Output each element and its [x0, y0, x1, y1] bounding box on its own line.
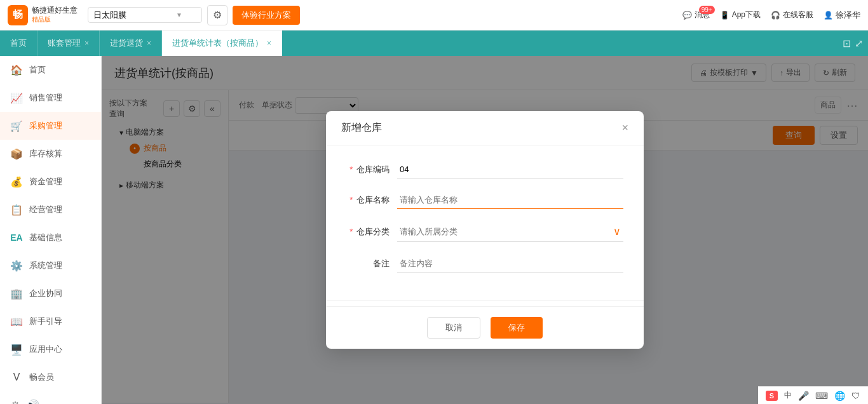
tab-bar: 首页 账套管理 × 进货退货 × 进货单统计表（按商品） × ⊡ ⤢	[0, 30, 868, 56]
mic-icon[interactable]: 🎤	[798, 391, 809, 401]
modal-title: 新增仓库	[341, 121, 382, 135]
settings-icon[interactable]: ⚙	[207, 5, 227, 25]
code-label: * 仓库编码	[346, 164, 397, 175]
header-right: 💬 消息 99+ 📱 App下载 🎧 在线客服 👤 徐泽华	[682, 10, 860, 21]
sidebar-label-enterprise: 企业协同	[29, 288, 62, 299]
sidebar-label-system: 系统管理	[29, 260, 62, 271]
message-item[interactable]: 💬 消息 99+	[682, 10, 710, 20]
sidebar-label-operations: 经营管理	[29, 204, 62, 215]
new-warehouse-modal: 新增仓库 × * 仓库编码 *	[326, 111, 644, 349]
main-layout: 🏠 首页 📈 销售管理 🛒 采购管理 📦 库存核算 💰 资金管理 📋 经营管理 …	[0, 56, 868, 404]
note-input[interactable]	[397, 255, 623, 273]
sidebar-label-basic: 基础信息	[29, 232, 62, 243]
modal-divider	[326, 300, 644, 301]
cancel-button[interactable]: 取消	[427, 317, 480, 339]
trial-button[interactable]: 体验行业方案	[233, 6, 300, 25]
modal-close-btn[interactable]: ×	[621, 121, 628, 135]
sidebar-item-guide[interactable]: 📖 新手引导	[0, 307, 101, 335]
category-select-input[interactable]	[400, 227, 613, 236]
tab-spacer	[282, 30, 837, 56]
app-download-icon: 📱	[720, 11, 729, 20]
sidebar-item-vip[interactable]: V 畅会员	[0, 363, 101, 391]
online-service-item[interactable]: 🎧 在线客服	[771, 10, 813, 20]
store-search[interactable]: ▼	[88, 7, 202, 23]
enterprise-icon: 🏢	[10, 287, 23, 300]
tab-returns-close[interactable]: ×	[147, 39, 151, 48]
sidebar-volume-icon[interactable]: 🔊	[25, 399, 39, 404]
tab-accounts[interactable]: 账套管理 ×	[37, 30, 100, 56]
save-button[interactable]: 保存	[491, 317, 543, 339]
tab-accounts-close[interactable]: ×	[85, 39, 89, 48]
sidebar-label-guide: 新手引导	[29, 316, 62, 327]
logo-area: 畅 畅捷通好生意 精品版	[8, 5, 78, 25]
required-star-cat: *	[349, 227, 353, 236]
sidebar-item-enterprise[interactable]: 🏢 企业协同	[0, 279, 101, 307]
sidebar: 🏠 首页 📈 销售管理 🛒 采购管理 📦 库存核算 💰 资金管理 📋 经营管理 …	[0, 56, 102, 404]
sidebar-item-inventory[interactable]: 📦 库存核算	[0, 140, 101, 168]
sidebar-item-operations[interactable]: 📋 经营管理	[0, 196, 101, 224]
user-avatar-icon: 👤	[824, 11, 833, 20]
shield-icon[interactable]: 🛡	[851, 391, 860, 401]
user-name: 徐泽华	[836, 10, 860, 21]
app-download-label: App下载	[732, 10, 761, 20]
tab-home[interactable]: 首页	[0, 30, 37, 56]
tab-stats-label: 进货单统计表（按商品）	[172, 37, 263, 49]
tab-actions: ⊡ ⤢	[837, 30, 868, 56]
store-search-input[interactable]	[93, 10, 176, 20]
form-row-category: * 仓库分类 ∨	[346, 222, 623, 242]
modal-body: * 仓库编码 * 仓库名称	[326, 145, 644, 300]
form-row-note: 备注	[346, 255, 623, 273]
sidebar-item-apps[interactable]: 🖥️ 应用中心	[0, 335, 101, 363]
sidebar-label-purchase: 采购管理	[29, 120, 62, 131]
name-input[interactable]	[397, 191, 623, 209]
search-dropdown-icon[interactable]: ▼	[176, 11, 182, 18]
tab-returns-label: 进货退货	[110, 37, 143, 49]
form-row-code: * 仓库编码	[346, 161, 623, 178]
sidebar-item-finance[interactable]: 💰 资金管理	[0, 168, 101, 196]
message-icon: 💬	[682, 11, 692, 20]
app-name: 畅捷通好生意	[32, 6, 78, 16]
category-dropdown-icon[interactable]: ∨	[613, 226, 621, 238]
tab-stats[interactable]: 进货单统计表（按商品） ×	[162, 30, 282, 56]
headset-icon: 🎧	[771, 11, 780, 20]
modal-header: 新增仓库 ×	[326, 111, 644, 145]
vip-icon: V	[10, 371, 23, 384]
modal-footer: 取消 保存	[326, 306, 644, 349]
code-input[interactable]	[397, 161, 623, 178]
app-download-item[interactable]: 📱 App下载	[720, 10, 761, 20]
sidebar-label-finance: 资金管理	[29, 176, 62, 187]
tab-restore-btn[interactable]: ⊡	[843, 37, 851, 50]
content-area: 进货单统计(按商品) 🖨 按模板打印 ▼ ↑ 导出 ↻ 刷新	[102, 56, 868, 404]
sidebar-label-apps: 应用中心	[29, 344, 62, 355]
top-header: 畅 畅捷通好生意 精品版 ▼ ⚙ 体验行业方案 💬 消息 99+ 📱 App下载…	[0, 0, 868, 30]
sidebar-label-inventory: 库存核算	[29, 148, 62, 159]
category-select-wrapper[interactable]: ∨	[397, 222, 623, 242]
basic-icon: EA	[10, 231, 23, 244]
sidebar-collapse-icon[interactable]: ⚙	[10, 399, 20, 404]
sidebar-label-home: 首页	[29, 64, 46, 76]
user-avatar-item[interactable]: 👤 徐泽华	[824, 10, 860, 21]
tab-returns[interactable]: 进货退货 ×	[100, 30, 162, 56]
message-badge: 99+	[699, 6, 715, 14]
operations-icon: 📋	[10, 203, 23, 216]
tab-stats-close[interactable]: ×	[267, 39, 271, 48]
required-star-code: *	[349, 165, 353, 174]
note-label: 备注	[346, 258, 397, 269]
globe-icon[interactable]: 🌐	[834, 391, 845, 401]
status-bar: S 中 🎤 ⌨ 🌐 🛡	[758, 386, 868, 404]
sidebar-item-system[interactable]: ⚙️ 系统管理	[0, 252, 101, 279]
sales-icon: 📈	[10, 91, 23, 104]
inventory-icon: 📦	[10, 147, 23, 160]
required-star-name: *	[349, 195, 353, 205]
app-edition: 精品版	[32, 15, 78, 24]
keyboard-icon[interactable]: ⌨	[815, 391, 828, 401]
sidebar-item-purchase[interactable]: 🛒 采购管理	[0, 112, 101, 140]
tab-maximize-btn[interactable]: ⤢	[855, 37, 863, 50]
sidebar-item-basic[interactable]: EA 基础信息	[0, 224, 101, 252]
chinese-icon[interactable]: 中	[784, 390, 792, 401]
finance-icon: 💰	[10, 175, 23, 188]
sidebar-item-home[interactable]: 🏠 首页	[0, 56, 101, 84]
purchase-icon: 🛒	[10, 119, 23, 132]
logo-text-block: 畅捷通好生意 精品版	[32, 6, 78, 25]
sidebar-item-sales[interactable]: 📈 销售管理	[0, 84, 101, 112]
